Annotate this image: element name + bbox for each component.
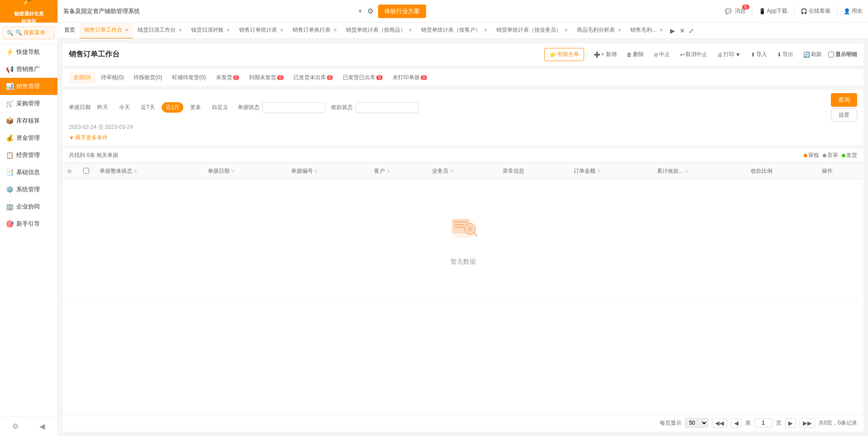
first-page-button[interactable]: ◀◀ xyxy=(712,418,727,428)
sidebar-item-operations[interactable]: 📋 经营管理 xyxy=(0,147,58,164)
date-btn-today[interactable]: 今天 xyxy=(115,102,134,113)
page-size-select[interactable]: 50 100 200 xyxy=(685,418,708,428)
date-btn-more[interactable]: 更多 xyxy=(186,102,205,113)
sidebar-item-inventory[interactable]: 📦 库存核算 xyxy=(0,112,58,129)
tab-sales-product[interactable]: 销货单统计表（按商品） ✕ xyxy=(341,23,417,39)
subtab-overdue-ship[interactable]: 到期未发货 0 xyxy=(245,72,288,83)
status-filter-select[interactable] xyxy=(262,102,326,113)
tab-close-icon-5[interactable]: ✕ xyxy=(333,28,337,33)
import-button[interactable]: ⬆ 导入 xyxy=(747,48,771,61)
last-page-button[interactable]: ▶▶ xyxy=(800,418,815,428)
smart-create-button[interactable]: ⭐ 智能生单 xyxy=(544,48,584,61)
tab-close-icon-8[interactable]: ✕ xyxy=(564,28,568,33)
sort-icon-date[interactable]: ⇅ xyxy=(231,169,235,174)
subtab-shipped-out[interactable]: 已发货已出库 0 xyxy=(338,72,387,83)
settings-gear-button[interactable]: ⚙ xyxy=(4,420,27,432)
show-detail-checkbox[interactable] xyxy=(828,52,834,57)
audit-label: 审核 xyxy=(808,152,819,159)
sort-icon-customer[interactable]: ⇅ xyxy=(387,169,390,174)
refresh-button[interactable]: 🔄 刷新 xyxy=(800,48,825,61)
tab-close-icon[interactable]: ✕ xyxy=(125,28,129,33)
date-btn-yesterday[interactable]: 昨天 xyxy=(93,102,112,113)
query-button[interactable]: 查询 xyxy=(831,93,857,107)
tab-close-icon-7[interactable]: ✕ xyxy=(484,28,487,33)
sidebar-item-marketing[interactable]: 📢 营销推广 xyxy=(0,61,58,78)
page-number-input[interactable] xyxy=(754,418,772,427)
sort-icon-number[interactable]: ⇅ xyxy=(314,169,318,174)
tab-close-all-button[interactable]: ✕ xyxy=(678,27,687,34)
tab-sales-customer[interactable]: 销货单统计表（按客户） ✕ xyxy=(417,23,492,39)
collapse-sidebar-button[interactable]: ◀ xyxy=(31,420,54,432)
tab-close-icon-10[interactable]: ✕ xyxy=(659,28,663,33)
sidebar-item-quick-nav[interactable]: ⚡ 快捷导航 xyxy=(0,43,58,61)
online-service-button[interactable]: 🎧 在线客服 xyxy=(801,7,830,15)
sub-tab-bar: 全部(0) 待审核(0) 待拣验货(0) 旺铺待发货(0) 未发货 0 到期未发… xyxy=(62,69,863,86)
header-divider-1 xyxy=(752,7,753,16)
sidebar-item-sales[interactable]: 📊 销售管理 xyxy=(0,78,58,95)
subtab-unprinted[interactable]: 未打印单据 0 xyxy=(388,72,432,83)
import-icon: ⬆ xyxy=(751,52,755,58)
tab-sales-staff[interactable]: 销货单统计表（按业务员） ✕ xyxy=(492,23,572,39)
user-icon: 👤 xyxy=(844,8,850,14)
svg-rect-2 xyxy=(454,221,468,223)
cancel-audit-action[interactable]: 弃审 xyxy=(823,152,838,159)
tab-maximize-button[interactable]: ⤢ xyxy=(687,27,696,34)
tab-gross-profit[interactable]: 商品毛利分析表 ✕ xyxy=(572,23,626,39)
newbie-icon: 🎯 xyxy=(5,220,14,227)
subtab-unshipped[interactable]: 未发货 0 xyxy=(211,72,244,83)
tab-close-icon-4[interactable]: ✕ xyxy=(280,28,283,33)
subtab-wangpu-ship[interactable]: 旺铺待发货(0) xyxy=(168,72,211,83)
subtab-all[interactable]: 全部(0) xyxy=(69,72,96,83)
add-button[interactable]: ➕ + 新增 xyxy=(590,48,620,61)
subtab-pending-pick[interactable]: 待拣验货(0) xyxy=(129,72,167,83)
export-button[interactable]: ⬇ 导出 xyxy=(773,48,797,61)
select-all-checkbox[interactable] xyxy=(83,168,89,174)
sort-icon-amount[interactable]: ⇅ xyxy=(597,169,601,174)
user-avatar-button[interactable]: 👤 用友 xyxy=(844,7,863,15)
tab-home[interactable]: 首页 xyxy=(60,23,80,39)
print-button[interactable]: 🖨 打印 ▼ xyxy=(714,48,744,61)
payment-filter-select[interactable] xyxy=(355,102,419,113)
audit-action[interactable]: 审核 xyxy=(804,152,819,159)
tab-scroll-right-button[interactable]: ▶ xyxy=(667,27,678,34)
tab-close-icon-6[interactable]: ✕ xyxy=(408,28,412,33)
delete-button[interactable]: 🗑 删除 xyxy=(623,48,647,61)
message-icon-button[interactable]: 💬 6 消息 xyxy=(725,7,746,15)
tab-sales-exec-label: 销售订单执行表 xyxy=(293,26,331,34)
sidebar-item-purchase[interactable]: 🛒 采购管理 xyxy=(0,95,58,112)
tab-close-icon-3[interactable]: ✕ xyxy=(226,28,230,33)
sort-icon-status[interactable]: ⇅ xyxy=(134,169,137,174)
tab-sales-stats[interactable]: 销售订单统计表 ✕ xyxy=(235,23,288,39)
sidebar-item-enterprise[interactable]: 🏢 企业协同 xyxy=(0,198,58,215)
next-page-button[interactable]: ▶ xyxy=(785,418,796,428)
date-btn-custom[interactable]: 自定义 xyxy=(208,102,232,113)
app-download-button[interactable]: 📱 App下载 xyxy=(759,7,787,15)
stop-button[interactable]: ⊘ 中止 xyxy=(650,48,674,61)
tab-close-icon-9[interactable]: ✕ xyxy=(618,28,621,33)
search-menu-button[interactable]: 🔍 🔍 搜索菜单 xyxy=(3,26,55,39)
sort-icon-received[interactable]: ⇅ xyxy=(685,169,688,174)
ship-action[interactable]: 发货 xyxy=(842,152,857,159)
sidebar-item-basic-info[interactable]: 📑 基础信息 xyxy=(0,164,58,181)
sort-icon-staff[interactable]: ⇅ xyxy=(450,169,454,174)
sidebar-item-system[interactable]: ⚙️ 系统管理 xyxy=(0,181,58,198)
setting-button[interactable]: 设置 xyxy=(831,109,857,122)
tab-sales-exec[interactable]: 销售订单执行表 ✕ xyxy=(288,23,341,39)
prev-page-button[interactable]: ◀ xyxy=(731,418,742,428)
tab-close-icon-2[interactable]: ✕ xyxy=(178,28,182,33)
industry-solution-button[interactable]: 体验行业方案 xyxy=(378,5,426,18)
tab-cash-reconcile[interactable]: 钱货日清对账 ✕ xyxy=(187,23,235,39)
tab-cash-clearance[interactable]: 钱货日清工作台 ✕ xyxy=(133,23,187,39)
date-btn-7days[interactable]: 近7天 xyxy=(137,102,159,113)
tab-sales-margin[interactable]: 销售毛利... ✕ xyxy=(626,23,667,39)
column-settings-icon[interactable]: ⚙ xyxy=(67,168,72,175)
sidebar-item-finance[interactable]: 💰 资金管理 xyxy=(0,129,58,147)
date-btn-1month[interactable]: 近1月 xyxy=(162,102,184,113)
subtab-pending-audit[interactable]: 待审核(0) xyxy=(96,72,129,83)
settings-icon-button[interactable]: ⚙ xyxy=(367,7,374,15)
subtab-shipped-not-out[interactable]: 已发货未出库 0 xyxy=(289,72,338,83)
sidebar-item-newbie[interactable]: 🎯 新手引导 xyxy=(0,215,58,232)
expand-filters-button[interactable]: ▼ 展开更多条件 xyxy=(69,134,108,142)
tab-sales-order-workbench[interactable]: 销售订单工作台 ✕ xyxy=(80,23,133,39)
cancel-stop-button[interactable]: ↩ 取消中止 xyxy=(676,48,711,61)
